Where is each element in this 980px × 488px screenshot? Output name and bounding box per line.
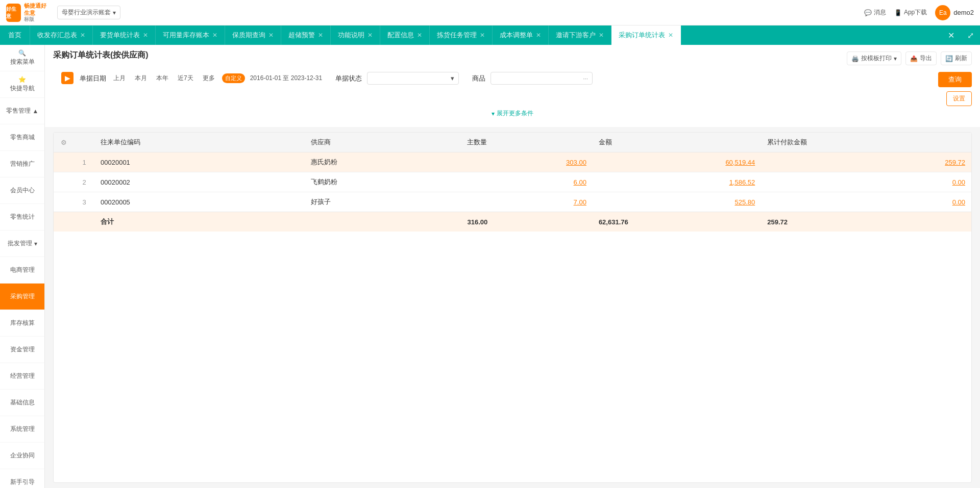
refresh-icon: 🔄 (945, 55, 953, 62)
sidebar-item-basic-info[interactable]: 基础信息 (0, 390, 44, 416)
table-row[interactable]: 1 00020001 惠氏奶粉 303.00 60,519.44 259.72 (54, 152, 971, 172)
paid-amount-cell: 0.00 (761, 172, 971, 192)
tab-close-icon[interactable]: ✕ (318, 32, 323, 39)
tab-close-icon[interactable]: ✕ (417, 32, 422, 39)
tab-stock-ledger[interactable]: 可用量库存账本 ✕ (156, 25, 225, 45)
tab-overstock-alert[interactable]: 超储预警 ✕ (281, 25, 331, 45)
tab-order-summary[interactable]: 要货单统计表 ✕ (93, 25, 156, 45)
tab-purchase-summary[interactable]: 采购订单统计表 ✕ (611, 25, 681, 45)
chevron-down-icon: ▾ (894, 55, 897, 62)
status-select[interactable]: ▾ (367, 72, 459, 85)
sidebar-item-purchase-mgmt[interactable]: 采购管理 (0, 284, 44, 310)
sidebar-item-retail-store[interactable]: 零售商城 (0, 124, 44, 151)
expand-more-button[interactable]: ▾ 展开更多条件 (492, 109, 533, 118)
row-settings (54, 192, 74, 212)
main-qty-cell: 303.00 (461, 152, 592, 172)
logo-icon: 好生意 (6, 4, 21, 22)
shortcut-this-year[interactable]: 本年 (154, 73, 170, 84)
sidebar-item-member-center[interactable]: 会员中心 (0, 177, 44, 204)
tab-close-icon[interactable]: ✕ (80, 32, 85, 39)
shortcut-7-days[interactable]: 近7天 (176, 73, 195, 84)
supplier-name-cell: 飞鹤奶粉 (305, 172, 461, 192)
sidebar-item-new-guide[interactable]: 新手引导 (0, 469, 44, 488)
row-num: 1 (74, 152, 94, 172)
query-button[interactable]: 查询 (938, 72, 972, 87)
table-row[interactable]: 2 00020002 飞鹤奶粉 6.00 1,586.52 0.00 (54, 172, 971, 192)
column-settings[interactable]: ⚙ (54, 133, 74, 152)
chevron-down-icon: ▾ (492, 110, 495, 117)
column-supplier-code: 往来单位编码 (94, 133, 305, 152)
supplier-code-cell: 00020005 (94, 192, 305, 212)
refresh-button[interactable]: 🔄 刷新 (941, 52, 972, 65)
tab-close-icon[interactable]: ✕ (212, 32, 217, 39)
sidebar-item-finance[interactable]: 资金管理 (0, 337, 44, 363)
user-menu[interactable]: Ea demo2 (935, 5, 974, 20)
filter-section: 采购订单统计表(按供应商) 🖨️ 按模板打印 ▾ 📤 导出 🔄 刷新 (45, 45, 980, 127)
tab-cost-adjust[interactable]: 成本调整单 ✕ (493, 25, 549, 45)
export-icon: 📤 (910, 55, 918, 62)
column-supplier-name: 供应商 (305, 133, 461, 152)
content-area: 采购订单统计表(按供应商) 🖨️ 按模板打印 ▾ 📤 导出 🔄 刷新 (45, 45, 980, 488)
message-button[interactable]: 💬 消息 (864, 8, 886, 17)
shortcut-this-month[interactable]: 本月 (133, 73, 149, 84)
footer-total-qty: 316.00 (461, 212, 592, 232)
goods-search-input[interactable] (495, 74, 581, 82)
table-row[interactable]: 3 00020005 好孩子 7.00 525.80 0.00 (54, 192, 971, 212)
settings-button[interactable]: 设置 (946, 91, 972, 106)
tab-warranty-query[interactable]: 保质期查询 ✕ (225, 25, 281, 45)
sidebar-item-wholesale-mgmt[interactable]: 批发管理 ▾ (0, 230, 44, 257)
logo-area: 好生意 畅捷通好生意 标版 (6, 3, 51, 22)
username-label: demo2 (953, 9, 974, 16)
tab-close-all-button[interactable]: ✕ (941, 25, 961, 45)
tab-config-info[interactable]: 配置信息 ✕ (380, 25, 430, 45)
tab-close-icon[interactable]: ✕ (143, 32, 148, 39)
sidebar-item-enterprise[interactable]: 企业协同 (0, 443, 44, 469)
tab-close-icon[interactable]: ✕ (599, 32, 604, 39)
tab-invite-downstream[interactable]: 邀请下游客户 ✕ (549, 25, 611, 45)
tab-receive-summary[interactable]: 收发存汇总表 ✕ (30, 25, 93, 45)
shortcut-more[interactable]: 更多 (201, 73, 217, 84)
row-num: 3 (74, 192, 94, 212)
sidebar-item-quicknav[interactable]: ⭐ 快捷导航 (0, 71, 44, 98)
nav-tab-end: ✕ ⤢ (941, 25, 980, 45)
workspace-select[interactable]: 母婴行业演示账套 ▾ (57, 6, 120, 19)
tab-close-icon[interactable]: ✕ (368, 32, 373, 39)
sidebar-item-marketing[interactable]: 营销推广 (0, 151, 44, 177)
print-button[interactable]: 🖨️ 按模板打印 ▾ (847, 52, 901, 65)
sidebar-item-ecommerce[interactable]: 电商管理 (0, 257, 44, 284)
chevron-down-icon: ▾ (113, 9, 116, 16)
footer-total-label: 合计 (94, 212, 461, 232)
supplier-name-cell: 惠氏奶粉 (305, 152, 461, 172)
tab-fullscreen-button[interactable]: ⤢ (961, 25, 980, 45)
tab-pick-task[interactable]: 拣货任务管理 ✕ (430, 25, 493, 45)
goods-more-icon[interactable]: ··· (583, 75, 588, 82)
download-icon: 📱 (894, 9, 902, 16)
quicknav-icon: ⭐ (18, 76, 26, 83)
status-label: 单据状态 (335, 74, 362, 83)
tab-function-desc[interactable]: 功能说明 ✕ (331, 25, 380, 45)
shortcut-last-month[interactable]: 上月 (111, 73, 128, 84)
custom-date-tag[interactable]: 自定义 (222, 73, 245, 83)
table-area: ⚙ 往来单位编码 供应商 主数量 金额 (53, 132, 972, 483)
expand-filter-button[interactable]: ▶ (61, 72, 74, 84)
data-table: ⚙ 往来单位编码 供应商 主数量 金额 (54, 133, 971, 232)
footer-empty (54, 212, 94, 232)
sidebar-item-inventory[interactable]: 库存核算 (0, 310, 44, 337)
sidebar-item-operation[interactable]: 经营管理 (0, 363, 44, 390)
chevron-down-icon: ▾ (451, 74, 454, 82)
tab-close-icon[interactable]: ✕ (480, 32, 485, 39)
tab-home[interactable]: 首页 (0, 25, 30, 45)
sidebar-item-retail-stats[interactable]: 零售统计 (0, 204, 44, 230)
sidebar-item-search[interactable]: 🔍 搜索菜单 (0, 45, 44, 71)
sidebar-item-retail-mgmt[interactable]: 零售管理 ▲ (0, 98, 44, 124)
column-main-qty: 主数量 (461, 133, 592, 152)
export-button[interactable]: 📤 导出 (905, 52, 937, 65)
tab-close-active-icon[interactable]: ✕ (668, 32, 673, 39)
tab-close-icon[interactable]: ✕ (268, 32, 274, 39)
sidebar-item-system[interactable]: 系统管理 (0, 416, 44, 443)
tab-close-icon[interactable]: ✕ (536, 32, 541, 39)
row-num: 2 (74, 172, 94, 192)
paid-amount-cell: 259.72 (761, 152, 971, 172)
supplier-name-cell: 好孩子 (305, 192, 461, 212)
app-download-button[interactable]: 📱 App下载 (894, 8, 927, 17)
